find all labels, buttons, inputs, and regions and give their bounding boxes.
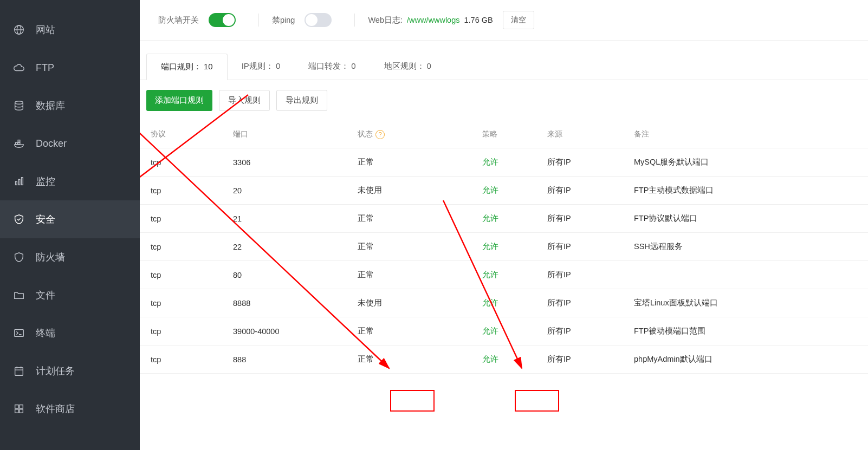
sidebar-item-label: 终端 bbox=[36, 327, 55, 340]
table-row[interactable]: tcp8888未使用允许所有IP宝塔Linux面板默认端口 bbox=[140, 289, 868, 317]
database-icon bbox=[13, 100, 25, 112]
chart-icon bbox=[13, 175, 25, 187]
sidebar-item-files[interactable]: 文件 bbox=[0, 276, 140, 314]
svg-rect-18 bbox=[20, 409, 23, 413]
sidebar-item-website[interactable]: 网站 bbox=[0, 11, 140, 49]
cell-remark bbox=[627, 261, 868, 289]
shield-solid-icon bbox=[13, 251, 25, 263]
table-row[interactable]: tcp20未使用允许所有IPFTP主动模式数据端口 bbox=[140, 177, 868, 205]
firewall-switch-label: 防火墙开关 bbox=[158, 15, 199, 25]
import-rule-button[interactable]: 导入规则 bbox=[219, 90, 270, 111]
cell-status: 未使用 bbox=[351, 177, 476, 205]
cell-remark: 宝塔Linux面板默认端口 bbox=[627, 289, 868, 317]
cell-policy: 允许 bbox=[476, 148, 541, 177]
shield-icon bbox=[13, 213, 25, 225]
tab-region-rules[interactable]: 地区规则：0 bbox=[370, 54, 445, 80]
sidebar-item-firewall[interactable]: 防火墙 bbox=[0, 238, 140, 276]
svg-rect-17 bbox=[15, 409, 18, 413]
table-row[interactable]: tcp21正常允许所有IPFTP协议默认端口 bbox=[140, 205, 868, 233]
sidebar-item-cron[interactable]: 计划任务 bbox=[0, 352, 140, 390]
calendar-icon bbox=[13, 365, 25, 377]
cell-source: 所有IP bbox=[541, 317, 627, 345]
cell-source: 所有IP bbox=[541, 205, 627, 233]
cell-policy: 允许 bbox=[476, 177, 541, 205]
ping-toggle[interactable] bbox=[305, 13, 332, 27]
svg-rect-15 bbox=[15, 405, 18, 408]
cell-port: 8888 bbox=[226, 289, 351, 317]
sidebar-item-ftp[interactable]: FTP bbox=[0, 49, 140, 87]
rule-tabs: 端口规则：10 IP规则：0 端口转发：0 地区规则：0 bbox=[140, 54, 868, 80]
sidebar-item-security[interactable]: 安全 bbox=[0, 200, 140, 238]
th-status: 状态? bbox=[351, 121, 476, 148]
cell-policy: 允许 bbox=[476, 317, 541, 345]
cell-source: 所有IP bbox=[541, 233, 627, 261]
table-row[interactable]: tcp39000-40000正常允许所有IPFTP被动模端口范围 bbox=[140, 317, 868, 345]
port-rules-table: 协议 端口 状态? 策略 来源 备注 tcp3306正常允许所有IPMySQL服… bbox=[140, 121, 868, 374]
cell-policy: 允许 bbox=[476, 233, 541, 261]
tab-port-forward[interactable]: 端口转发：0 bbox=[294, 54, 370, 80]
sidebar-item-label: FTP bbox=[36, 62, 54, 74]
help-icon[interactable]: ? bbox=[375, 130, 385, 139]
weblog-size: 1.76 GB bbox=[464, 16, 493, 24]
cell-status: 未使用 bbox=[351, 289, 476, 317]
cell-remark: MySQL服务默认端口 bbox=[627, 148, 868, 177]
cell-policy: 允许 bbox=[476, 289, 541, 317]
cell-port: 39000-40000 bbox=[226, 317, 351, 345]
annotation-box-port bbox=[390, 390, 435, 412]
cell-protocol: tcp bbox=[140, 233, 226, 261]
cell-policy: 允许 bbox=[476, 345, 541, 374]
sidebar-item-terminal[interactable]: 终端 bbox=[0, 314, 140, 352]
table-row[interactable]: tcp22正常允许所有IPSSH远程服务 bbox=[140, 233, 868, 261]
cell-remark: FTP主动模式数据端口 bbox=[627, 177, 868, 205]
cell-port: 3306 bbox=[226, 148, 351, 177]
cell-policy: 允许 bbox=[476, 205, 541, 233]
sidebar-item-database[interactable]: 数据库 bbox=[0, 87, 140, 125]
cell-status: 正常 bbox=[351, 205, 476, 233]
svg-rect-6 bbox=[18, 140, 20, 142]
svg-rect-7 bbox=[16, 181, 17, 185]
divider bbox=[258, 14, 259, 27]
svg-rect-8 bbox=[18, 179, 20, 185]
cell-port: 20 bbox=[226, 177, 351, 205]
sidebar-item-label: 文件 bbox=[36, 289, 55, 302]
table-row[interactable]: tcp80正常允许所有IP bbox=[140, 261, 868, 289]
tab-ip-rules[interactable]: IP规则：0 bbox=[228, 54, 295, 80]
tab-port-rules[interactable]: 端口规则：10 bbox=[146, 54, 228, 80]
main-content: 防火墙开关 禁ping Web日志: /www/wwwlogs 1.76 GB … bbox=[140, 0, 868, 450]
clear-log-button[interactable]: 清空 bbox=[503, 11, 534, 29]
ping-label: 禁ping bbox=[272, 15, 295, 25]
cell-source: 所有IP bbox=[541, 289, 627, 317]
sidebar-item-label: 计划任务 bbox=[36, 364, 75, 377]
cell-port: 80 bbox=[226, 261, 351, 289]
cell-protocol: tcp bbox=[140, 317, 226, 345]
sidebar-item-docker[interactable]: Docker bbox=[0, 125, 140, 162]
grid-icon bbox=[13, 403, 25, 415]
cell-port: 22 bbox=[226, 233, 351, 261]
firewall-topbar: 防火墙开关 禁ping Web日志: /www/wwwlogs 1.76 GB … bbox=[140, 0, 868, 41]
weblog-path-link[interactable]: /www/wwwlogs bbox=[407, 16, 460, 24]
cell-status: 正常 bbox=[351, 261, 476, 289]
cell-protocol: tcp bbox=[140, 205, 226, 233]
cloud-icon bbox=[13, 62, 25, 74]
cell-remark: phpMyAdmin默认端口 bbox=[627, 345, 868, 374]
sidebar-item-label: 软件商店 bbox=[36, 402, 75, 415]
cell-source: 所有IP bbox=[541, 261, 627, 289]
table-row[interactable]: tcp888正常允许所有IPphpMyAdmin默认端口 bbox=[140, 345, 868, 374]
add-port-rule-button[interactable]: 添加端口规则 bbox=[146, 90, 212, 111]
cell-protocol: tcp bbox=[140, 345, 226, 374]
sidebar-item-software[interactable]: 软件商店 bbox=[0, 390, 140, 428]
svg-rect-16 bbox=[20, 405, 23, 408]
th-source: 来源 bbox=[541, 121, 627, 148]
cell-policy: 允许 bbox=[476, 261, 541, 289]
table-row[interactable]: tcp3306正常允许所有IPMySQL服务默认端口 bbox=[140, 148, 868, 177]
sidebar-item-label: 数据库 bbox=[36, 99, 65, 112]
cell-protocol: tcp bbox=[140, 148, 226, 177]
export-rule-button[interactable]: 导出规则 bbox=[276, 90, 327, 111]
docker-icon bbox=[13, 138, 25, 149]
cell-source: 所有IP bbox=[541, 345, 627, 374]
cell-source: 所有IP bbox=[541, 148, 627, 177]
sidebar-item-monitor[interactable]: 监控 bbox=[0, 162, 140, 200]
cell-status: 正常 bbox=[351, 317, 476, 345]
firewall-toggle[interactable] bbox=[209, 13, 236, 27]
action-row: 添加端口规则 导入规则 导出规则 bbox=[140, 90, 868, 121]
